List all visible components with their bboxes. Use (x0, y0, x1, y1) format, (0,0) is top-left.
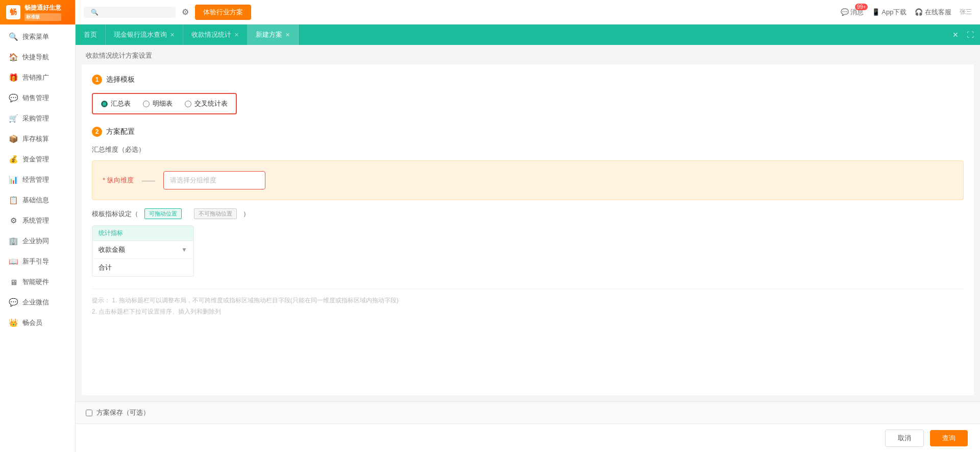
sidebar-logo: 畅 畅捷通好生意 标准版 (0, 0, 75, 25)
tab-close-all-icon[interactable]: ✕ (950, 29, 961, 41)
user-name: 张三 (960, 8, 972, 16)
sidebar-item-search-menu[interactable]: 🔍 搜索菜单 (0, 27, 75, 47)
tab-new-plan[interactable]: 新建方案 ✕ (248, 25, 299, 45)
service-icon: 🎧 (915, 8, 923, 16)
app-download-btn[interactable]: 📱 App下载 (872, 8, 906, 17)
metric-table: 统计指标 收款金额 ▼ 合计 (92, 225, 194, 277)
tab-collection-stat-close[interactable]: ✕ (234, 32, 239, 38)
sidebar-item-enterprise[interactable]: 🏢 企业协同 (0, 231, 75, 251)
sidebar: 畅 畅捷通好生意 标准版 🔍 搜索菜单 🏠 快捷导航 🎁 营销推广 💬 销售管理… (0, 0, 76, 452)
step1-title: 选择模板 (106, 75, 135, 84)
settings-icon[interactable]: ⚙ (182, 7, 189, 17)
non-draggable-tag-label: 不可拖动位置 (199, 210, 232, 218)
sidebar-item-basic-info[interactable]: 📋 基础信息 (0, 190, 75, 210)
metric-item-0-name: 收款金额 (99, 245, 181, 254)
metric-category-label: 统计指标 (92, 226, 193, 241)
sidebar-item-system[interactable]: ⚙ 系统管理 (0, 210, 75, 231)
footer-bar: 取消 查询 (76, 423, 980, 452)
radio-detail[interactable]: 明细表 (143, 99, 173, 108)
tips-line2: 2. 点击标题栏下拉可设置排序、插入列和删除列 (92, 306, 964, 318)
sidebar-item-label-search-menu: 搜索菜单 (22, 32, 49, 41)
tab-home-label: 首页 (84, 30, 97, 39)
cancel-button[interactable]: 取消 (885, 430, 924, 447)
header-search[interactable]: 🔍 (84, 7, 176, 18)
sidebar-item-label-finance: 资金管理 (22, 155, 49, 164)
online-service-btn[interactable]: 🎧 在线客服 (915, 8, 951, 17)
header-right: 💬 99+ 消息 📱 App下载 🎧 在线客服 张三 (841, 8, 972, 17)
save-label: 方案保存（可选） (96, 408, 150, 417)
tab-collection-stat[interactable]: 收款情况统计 ✕ (183, 25, 248, 45)
metric-settings-label: 模板指标设定（ (92, 209, 138, 219)
trial-btn[interactable]: 体验行业方案 (195, 5, 251, 20)
top-header: 🔍 ⚙ 体验行业方案 💬 99+ 消息 📱 App下载 🎧 在线客服 张三 (76, 0, 980, 25)
logo-icon: 畅 (6, 5, 20, 19)
radio-detail-input[interactable] (143, 101, 150, 107)
sidebar-item-label-wechat: 企业微信 (22, 298, 49, 307)
draggable-tag: 可拖动位置 (144, 208, 182, 219)
step1-section: 1 选择模板 汇总表 明细表 (92, 75, 964, 114)
dimension-row-label: * 纵向维度 (103, 176, 134, 185)
sidebar-item-marketing[interactable]: 🎁 营销推广 (0, 67, 75, 88)
save-checkbox[interactable] (86, 410, 92, 416)
message-icon: 💬 (841, 8, 849, 16)
logo-badge: 标准版 (24, 13, 61, 21)
notification-btn[interactable]: 💬 99+ 消息 (841, 8, 864, 17)
metric-item-1: 合计 (92, 259, 193, 276)
radio-summary-input[interactable] (101, 101, 108, 107)
finance-icon: 💰 (8, 154, 18, 164)
sidebar-item-quick-nav[interactable]: 🏠 快捷导航 (0, 47, 75, 67)
dimension-arrow-icon: —— (142, 177, 155, 184)
purchase-icon: 🛒 (8, 113, 18, 124)
query-button[interactable]: 查询 (930, 430, 968, 446)
tab-new-plan-close[interactable]: ✕ (285, 32, 290, 38)
step2-num: 2 (92, 127, 102, 137)
step2-title: 方案配置 (106, 127, 135, 136)
sidebar-item-wechat[interactable]: 💬 企业微信 (0, 292, 75, 313)
save-option: 方案保存（可选） (76, 401, 980, 423)
sidebar-item-inventory[interactable]: 📦 库存核算 (0, 129, 75, 149)
logo-text-block: 畅捷通好生意 标准版 (24, 4, 61, 21)
radio-summary[interactable]: 汇总表 (101, 99, 131, 108)
basic-info-icon: 📋 (8, 195, 18, 205)
sidebar-item-guide[interactable]: 📖 新手引导 (0, 251, 75, 272)
member-icon: 👑 (8, 318, 18, 328)
template-options: 汇总表 明细表 交叉统计表 (92, 93, 237, 114)
tab-expand-icon[interactable]: ⛶ (965, 29, 976, 41)
tab-bank-flow[interactable]: 现金银行流水查询 ✕ (106, 25, 183, 45)
sidebar-item-finance[interactable]: 💰 资金管理 (0, 149, 75, 170)
radio-cross[interactable]: 交叉统计表 (185, 99, 228, 108)
metric-header: 模板指标设定（ 可拖动位置 不可拖动位置 ） (92, 208, 964, 219)
sidebar-item-label-hardware: 智能硬件 (22, 277, 49, 287)
tab-new-plan-label: 新建方案 (256, 30, 282, 39)
radio-summary-label: 汇总表 (111, 99, 131, 108)
metric-item-1-name: 合计 (99, 263, 187, 272)
sidebar-item-label-inventory: 库存核算 (22, 134, 49, 144)
sidebar-item-purchase[interactable]: 🛒 采购管理 (0, 108, 75, 129)
enterprise-icon: 🏢 (8, 236, 18, 246)
marketing-icon: 🎁 (8, 73, 18, 83)
metric-item-0-dropdown[interactable]: ▼ (181, 246, 187, 253)
sidebar-item-hardware[interactable]: 🖥 智能硬件 (0, 272, 75, 292)
sidebar-item-sales[interactable]: 💬 销售管理 (0, 88, 75, 108)
download-label: App下载 (881, 8, 906, 16)
breadcrumb: 收款情况统计方案设置 (86, 52, 152, 59)
tab-bank-flow-close[interactable]: ✕ (170, 32, 175, 38)
tab-home[interactable]: 首页 (76, 25, 106, 45)
inventory-icon: 📦 (8, 134, 18, 144)
quick-nav-icon: 🏠 (8, 52, 18, 62)
page-header: 收款情况统计方案设置 (76, 45, 980, 64)
sidebar-item-label-guide: 新手引导 (22, 257, 49, 266)
hardware-icon: 🖥 (8, 277, 18, 287)
dimension-section-label: 汇总维度（必选） (92, 145, 964, 154)
tab-collection-stat-label: 收款情况统计 (191, 30, 231, 39)
metric-item-0: 收款金额 ▼ (92, 241, 193, 259)
sidebar-item-operation[interactable]: 📊 经营管理 (0, 170, 75, 190)
sales-icon: 💬 (8, 93, 18, 103)
sidebar-nav: 🔍 搜索菜单 🏠 快捷导航 🎁 营销推广 💬 销售管理 🛒 采购管理 📦 库存核… (0, 25, 75, 452)
search-menu-icon: 🔍 (8, 32, 18, 42)
sidebar-item-member[interactable]: 👑 畅会员 (0, 313, 75, 333)
radio-cross-label: 交叉统计表 (194, 99, 228, 108)
radio-cross-input[interactable] (185, 101, 191, 107)
dimension-select[interactable]: 请选择分组维度 (163, 171, 265, 189)
step1-num: 1 (92, 75, 102, 85)
